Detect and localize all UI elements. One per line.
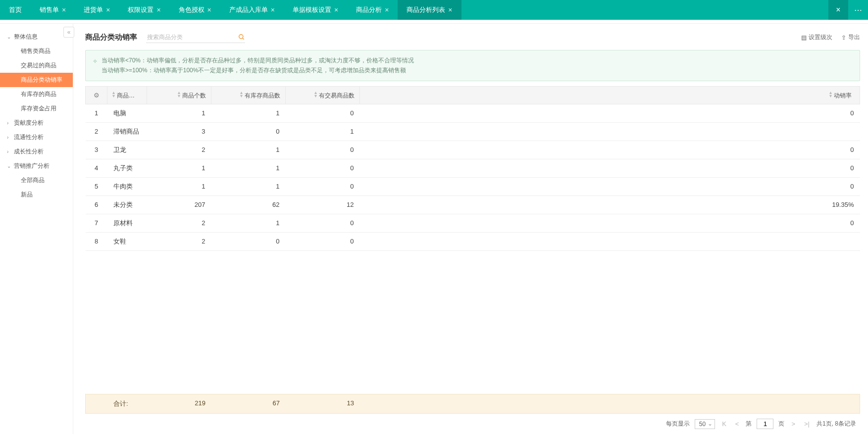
cell-rate (360, 232, 860, 250)
sort-icon[interactable]: ▴▾ (314, 91, 317, 97)
cell-tx: 0 (286, 232, 360, 250)
totals-label: 合计: (107, 399, 147, 408)
tab-7[interactable]: 商品分析× (347, 0, 398, 20)
sidebar-item-4-0[interactable]: 全部商品 (0, 173, 73, 188)
cell-tx: 0 (286, 177, 360, 195)
cell-count: 3 (147, 122, 211, 141)
close-all-tabs-button[interactable]: × (828, 0, 848, 20)
tab-5[interactable]: 产成品入库单× (220, 0, 284, 20)
cell-category: 卫龙 (107, 141, 147, 159)
close-icon[interactable]: × (271, 6, 275, 13)
cell-category: 原材料 (107, 214, 147, 232)
cell-stock: 1 (211, 141, 286, 159)
page-input[interactable] (757, 419, 773, 429)
tabs-overflow-button[interactable]: ⋯ (848, 0, 868, 20)
cell-category: 滞销商品 (107, 122, 147, 141)
svg-point-0 (239, 35, 243, 39)
export-icon: ⇪ (841, 34, 846, 41)
tab-1[interactable]: 销售单× (31, 0, 75, 20)
cell-index: 4 (86, 159, 107, 177)
table-row[interactable]: 1电脑1100 (86, 104, 860, 122)
export-button[interactable]: ⇪ 导出 (841, 33, 860, 42)
table-row[interactable]: 5牛肉类1100 (86, 177, 860, 195)
table-row[interactable]: 7原材料2100 (86, 214, 860, 232)
next-page-button[interactable]: > (789, 420, 797, 428)
sidebar-item-0-1[interactable]: 交易过的商品 (0, 58, 73, 73)
column-stock[interactable]: ▴▾有库存商品数 (211, 86, 286, 104)
tab-label: 商品分析列表 (407, 5, 445, 14)
close-icon[interactable]: × (106, 6, 110, 13)
cell-stock: 1 (211, 104, 286, 122)
sort-icon[interactable]: ▴▾ (112, 91, 115, 97)
column-rate[interactable]: ▴▾动销率 (360, 86, 860, 104)
close-icon[interactable]: × (385, 6, 389, 13)
sidebar-group-0[interactable]: ⌄整体信息 (0, 30, 73, 44)
column-settings-header[interactable]: ⚙ (86, 86, 107, 104)
per-page-select[interactable]: 50 (695, 419, 715, 429)
sidebar-collapse-button[interactable]: « (63, 27, 74, 38)
sidebar-group-2[interactable]: ›流通性分析 (0, 130, 73, 145)
sidebar-group-1[interactable]: ›贡献度分析 (0, 116, 73, 130)
totals-count: 219 (147, 399, 211, 408)
sort-icon[interactable]: ▴▾ (240, 91, 243, 97)
tab-label: 进货单 (84, 5, 103, 14)
set-level-label: 设置级次 (809, 33, 832, 42)
cell-stock: 0 (211, 232, 286, 250)
table-zone: ⚙ ▴▾商品… ▴▾商品个数 ▴▾有库存商品数 ▴▾有交易商品数 ▴▾动销率 1… (85, 86, 860, 434)
table-row[interactable]: 4丸子类1100 (86, 159, 860, 177)
sidebar-item-0-3[interactable]: 有库存的商品 (0, 87, 73, 101)
table-row[interactable]: 6未分类207621219.35% (86, 195, 860, 214)
cell-stock: 0 (211, 122, 286, 141)
sort-icon[interactable]: ▴▾ (829, 91, 832, 97)
chevron-right-icon: › (7, 135, 12, 140)
prev-page-button[interactable]: < (733, 420, 741, 428)
tab-8[interactable]: 商品分析列表× (398, 0, 461, 20)
cell-category: 丸子类 (107, 159, 147, 177)
search-icon[interactable] (238, 34, 245, 41)
tip-line-1: 当动销率<70%：动销率偏低，分析是否存在品种过多，特别是同质同类品种过多，或淘… (102, 55, 414, 65)
close-icon[interactable]: × (448, 6, 452, 13)
cell-rate: 0 (360, 177, 860, 195)
tab-label: 商品分析 (356, 5, 382, 14)
tab-6[interactable]: 单据模板设置× (284, 0, 347, 20)
sidebar-group-3[interactable]: ›成长性分析 (0, 145, 73, 159)
sidebar-item-4-1[interactable]: 新品 (0, 188, 73, 202)
cell-stock: 1 (211, 214, 286, 232)
close-icon[interactable]: × (62, 6, 66, 13)
table-row[interactable]: 3卫龙2100 (86, 141, 860, 159)
tab-3[interactable]: 权限设置× (119, 0, 169, 20)
cell-index: 8 (86, 232, 107, 250)
tab-2[interactable]: 进货单× (75, 0, 119, 20)
sidebar-item-0-2[interactable]: 商品分类动销率 (0, 73, 73, 87)
column-count[interactable]: ▴▾商品个数 (147, 86, 211, 104)
set-level-button[interactable]: ▤ 设置级次 (801, 33, 832, 42)
tab-4[interactable]: 角色授权× (170, 0, 220, 20)
table-row[interactable]: 2滞销商品301 (86, 122, 860, 141)
column-category[interactable]: ▴▾商品… (107, 86, 147, 104)
cell-index: 5 (86, 177, 107, 195)
last-page-button[interactable]: >| (802, 420, 812, 428)
cell-rate: 19.35% (360, 195, 860, 214)
close-icon[interactable]: × (207, 6, 211, 13)
search-field[interactable] (146, 32, 245, 43)
chevron-right-icon: › (7, 149, 12, 154)
table-row[interactable]: 8女鞋200 (86, 232, 860, 250)
cell-rate: 0 (360, 104, 860, 122)
cell-index: 3 (86, 141, 107, 159)
sidebar-item-0-4[interactable]: 库存资金占用 (0, 101, 73, 116)
column-tx[interactable]: ▴▾有交易商品数 (286, 86, 360, 104)
tab-0[interactable]: 首页 (0, 0, 31, 20)
main-header: 商品分类动销率 ▤ 设置级次 ⇪ 导出 (85, 29, 860, 50)
sidebar-item-0-0[interactable]: 销售类商品 (0, 44, 73, 58)
header-actions: ▤ 设置级次 ⇪ 导出 (801, 33, 860, 42)
sidebar-group-4[interactable]: ⌄营销推广分析 (0, 159, 73, 173)
cell-tx: 0 (286, 104, 360, 122)
chevron-right-icon: › (7, 120, 12, 126)
close-icon[interactable]: × (334, 6, 338, 13)
cell-count: 1 (147, 159, 211, 177)
sort-icon[interactable]: ▴▾ (178, 91, 180, 97)
close-icon[interactable]: × (156, 6, 160, 13)
search-input[interactable] (146, 32, 238, 43)
gear-icon[interactable]: ⚙ (94, 92, 100, 99)
first-page-button[interactable]: K (720, 420, 728, 428)
